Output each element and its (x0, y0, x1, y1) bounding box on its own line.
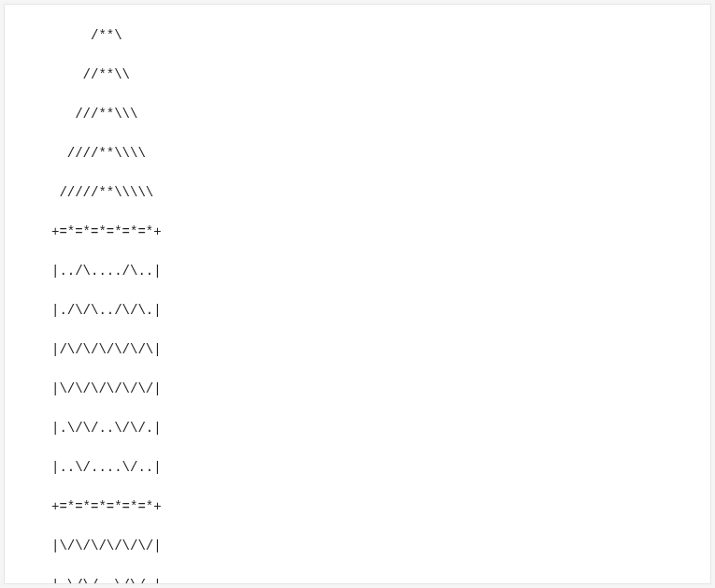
ascii-line: |.\/\/..\/\/.| (51, 419, 664, 438)
ascii-line: |\/\/\/\/\/\/| (51, 537, 664, 556)
ascii-line: |.\/\/..\/\/.| (51, 576, 664, 584)
ascii-line: |../\..../\..| (51, 262, 664, 281)
ascii-line: ////**\\\\ (51, 144, 664, 164)
ascii-line: |/\/\/\/\/\/\| (51, 340, 664, 360)
ascii-line: |./\/\../\/\.| (51, 301, 664, 321)
ascii-line: ///**\\\ (51, 105, 664, 124)
ascii-line: //**\\ (51, 65, 664, 85)
ascii-line: |\/\/\/\/\/\/| (51, 380, 664, 399)
ascii-line: +=*=*=*=*=*=*+ (51, 222, 664, 242)
ascii-art-container: /**\ //**\\ ///**\\\ ////**\\\\ /////**\… (4, 4, 711, 584)
ascii-line: /**\ (51, 26, 664, 46)
ascii-line: +=*=*=*=*=*=*+ (51, 497, 664, 517)
ascii-line: |..\/....\/..| (51, 458, 664, 478)
ascii-line: /////**\\\\\ (51, 183, 664, 203)
